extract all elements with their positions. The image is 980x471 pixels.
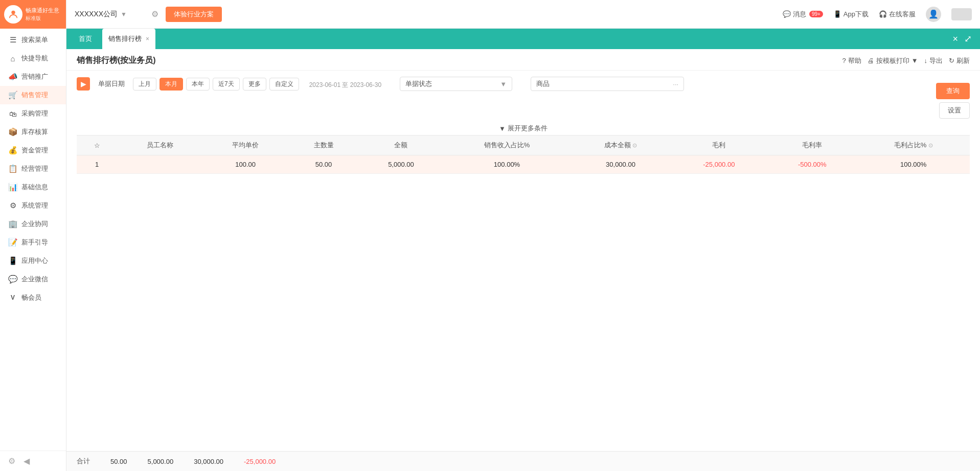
footer-label: 合计: [77, 457, 90, 466]
date-range-display: 2023-06-01 至 2023-06-30: [309, 81, 381, 89]
sidebar-item-label: 搜索菜单: [21, 35, 48, 44]
online-service-item[interactable]: 🎧 在线客服: [879, 10, 916, 19]
table-row: 1 100.00 50.00 5,000.00 100.00% 30,000.0…: [77, 155, 970, 174]
sidebar-item-wechat[interactable]: 💬 企业微信: [0, 270, 66, 288]
content-area: 销售排行榜(按业务员) ? 帮助 🖨 按模板打印 ▼ ↓ 导出: [66, 49, 980, 471]
company-selector[interactable]: XXXXXX公司 ▼: [75, 10, 146, 19]
th-sales-ratio: 销售收入占比%: [443, 136, 571, 155]
filter-toggle-btn[interactable]: ▶: [77, 77, 90, 91]
print-icon: 🖨: [868, 57, 874, 64]
date-btn-custom[interactable]: 自定义: [269, 78, 299, 91]
avatar[interactable]: 👤: [926, 7, 941, 22]
data-table: ☆ 员工名称 平均单价 主数量 全额 销售收入占比% 成本全额 ⊙ 毛利 毛利率…: [77, 135, 970, 174]
refresh-action[interactable]: ↻ 刷新: [949, 56, 970, 65]
sidebar-item-label: 资金管理: [21, 146, 48, 155]
tabbar: 首页 销售排行榜 × × ⤢: [66, 29, 980, 49]
status-chevron-icon: ▼: [500, 80, 507, 88]
expand-more-btn[interactable]: ▼ 展开更多条件: [493, 122, 554, 135]
app-download-item[interactable]: 📱 App下载: [833, 10, 869, 19]
sidebar-item-member[interactable]: V 畅会员: [0, 288, 66, 307]
topbar: XXXXXX公司 ▼ ⚙ 体验行业方案 💬 消息 99+ 📱 App下载 🎧 在…: [66, 0, 980, 29]
sidebar-item-operation[interactable]: 📋 经营管理: [0, 160, 66, 178]
help-label: 帮助: [848, 56, 861, 65]
query-button[interactable]: 查询: [936, 83, 970, 99]
logo-name: 畅康通好生意: [26, 7, 59, 14]
sidebar-item-finance[interactable]: 💰 资金管理: [0, 141, 66, 160]
footer-cost: 30,000.00: [194, 458, 223, 465]
expand-icon: ▼: [499, 125, 506, 132]
footer-qty: 50.00: [110, 458, 127, 465]
sidebar-item-purchase[interactable]: 🛍 采购管理: [0, 104, 66, 123]
user-name-placeholder: [951, 8, 972, 20]
company-name: XXXXXX公司: [75, 10, 118, 19]
trial-button[interactable]: 体验行业方案: [166, 7, 222, 22]
date-btn-more[interactable]: 更多: [243, 78, 266, 91]
status-filter[interactable]: 单据状态 ▼: [400, 77, 512, 91]
date-btn-this-year[interactable]: 本年: [186, 78, 210, 91]
sidebar-logo: 畅康通好生意 标准版: [0, 0, 66, 29]
enterprise-icon: 🏢: [8, 219, 17, 229]
footer-profit-value: -25,000.00: [244, 458, 276, 465]
date-filter-label: 单据日期: [98, 79, 125, 88]
sidebar-nav: ☰ 搜索菜单 ⌂ 快捷导航 📣 营销推广 🛒 销售管理 🛍 采购管理 📦 库存核…: [0, 29, 66, 451]
cell-cost: 30,000.00: [571, 155, 670, 174]
sidebar-item-inventory[interactable]: 📦 库存核算: [0, 123, 66, 141]
sidebar-item-marketing[interactable]: 📣 营销推广: [0, 68, 66, 86]
message-badge: 99+: [809, 11, 823, 17]
goods-filter[interactable]: 商品 ···: [531, 77, 684, 91]
table-body: 1 100.00 50.00 5,000.00 100.00% 30,000.0…: [77, 155, 970, 174]
th-profit-ratio: 毛利占比% ⊙: [857, 136, 970, 155]
help-action[interactable]: ? 帮助: [842, 56, 861, 65]
page-title: 销售排行榜(按业务员): [77, 55, 156, 66]
sidebar-item-quick-nav[interactable]: ⌂ 快捷导航: [0, 49, 66, 68]
date-btn-7days[interactable]: 近7天: [213, 78, 240, 91]
company-chevron-icon: ▼: [121, 11, 127, 18]
cell-avg-price: 100.00: [202, 155, 288, 174]
tab-label: 销售排行榜: [108, 34, 142, 43]
app-download-icon: 📱: [833, 10, 841, 18]
th-name: 员工名称: [117, 136, 202, 155]
sidebar-item-sales[interactable]: 🛒 销售管理: [0, 86, 66, 104]
cell-profit-ratio: 100.00%: [857, 155, 970, 174]
tab-close-icon[interactable]: ×: [146, 35, 149, 42]
sidebar-item-search-order[interactable]: ☰ 搜索菜单: [0, 31, 66, 49]
export-action[interactable]: ↓ 导出: [924, 56, 943, 65]
date-btn-this-month[interactable]: 本月: [159, 78, 183, 91]
print-action[interactable]: 🖨 按模板打印 ▼: [868, 56, 918, 65]
tab-home[interactable]: 首页: [71, 29, 100, 49]
sidebar-item-enterprise[interactable]: 🏢 企业协同: [0, 215, 66, 233]
settings-button[interactable]: 设置: [939, 102, 970, 119]
sidebar-item-system[interactable]: ⚙ 系统管理: [0, 196, 66, 215]
sidebar-item-basic-info[interactable]: 📊 基础信息: [0, 178, 66, 196]
filter-fields: ▶ 单据日期 上月 本月 本年 近7天 更多 自定义 20: [77, 77, 930, 91]
sidebar-item-guide[interactable]: 📝 新手引导: [0, 233, 66, 252]
sidebar-settings-icon[interactable]: ⚙: [8, 456, 15, 466]
table-footer: 合计 50.00 5,000.00 30,000.00 -25,000.00: [66, 451, 980, 471]
filter-main-row: ▶ 单据日期 上月 本月 本年 近7天 更多 自定义 20: [66, 71, 980, 119]
message-item[interactable]: 💬 消息 99+: [783, 10, 823, 19]
sidebar-item-label: 营销推广: [21, 72, 48, 81]
window-close-icon[interactable]: ×: [952, 34, 958, 44]
online-service-label: 在线客服: [889, 10, 916, 19]
cell-profit-rate: -500.00%: [767, 155, 857, 174]
side-buttons: 查询 设置: [936, 77, 970, 119]
cost-info-icon: ⊙: [632, 142, 637, 148]
online-service-icon: 🎧: [879, 10, 887, 18]
date-btn-last-month[interactable]: 上月: [133, 78, 156, 91]
window-resize-icon[interactable]: ⤢: [964, 33, 972, 44]
refresh-icon: ↻: [949, 57, 954, 64]
th-profit-rate: 毛利率: [767, 136, 857, 155]
sidebar-collapse-icon[interactable]: ◀: [24, 456, 30, 466]
sidebar-item-label: 基础信息: [21, 183, 48, 192]
th-cost: 成本全额 ⊙: [571, 136, 670, 155]
logo-icon: [4, 5, 22, 24]
operation-icon: 📋: [8, 164, 17, 173]
search-order-icon: ☰: [8, 35, 17, 44]
tab-sales-ranking[interactable]: 销售排行榜 ×: [102, 29, 155, 49]
topbar-settings-icon[interactable]: ⚙: [151, 9, 158, 19]
help-icon: ?: [842, 57, 846, 64]
refresh-label: 刷新: [956, 56, 970, 65]
sidebar-item-label: 系统管理: [21, 201, 48, 210]
sidebar-item-app-center[interactable]: 📱 应用中心: [0, 252, 66, 270]
app-download-label: App下载: [844, 10, 869, 19]
